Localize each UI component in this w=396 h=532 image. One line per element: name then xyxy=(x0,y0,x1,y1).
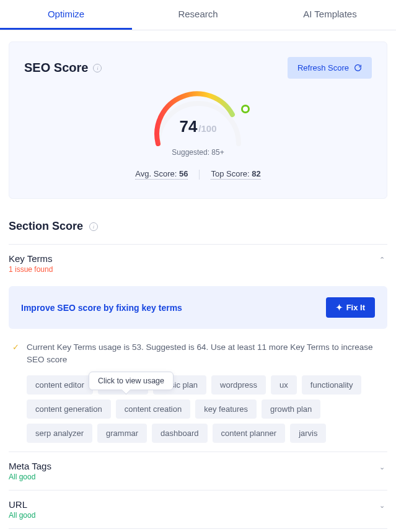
seo-score-title: SEO Score xyxy=(24,61,88,75)
chevron-up-icon: ⌃ xyxy=(379,253,387,264)
gauge-knob xyxy=(241,105,250,113)
section-url: URL All good ⌄ xyxy=(9,490,387,528)
refresh-icon xyxy=(354,64,362,72)
section-score-title: Section Score xyxy=(9,220,83,233)
usage-tooltip: Click to view usage xyxy=(89,372,174,390)
refresh-score-label: Refresh Score xyxy=(297,63,349,72)
section-meta-tags-header[interactable]: Meta Tags All good ⌄ xyxy=(9,461,387,481)
fix-it-button[interactable]: ✦ Fix It xyxy=(326,297,375,318)
section-key-terms: Key Terms 1 issue found ⌃ Improve SEO sc… xyxy=(9,244,387,451)
key-terms-desc: Current Key Terms usage is 53. Suggested… xyxy=(27,341,384,367)
section-meta-tags: Meta Tags All good ⌄ xyxy=(9,451,387,490)
key-term-chip[interactable]: ux xyxy=(271,375,297,395)
seo-suggested: Suggested: 85+ xyxy=(172,148,224,157)
key-term-chip[interactable]: content generation xyxy=(27,399,111,419)
chevron-down-icon: ⌄ xyxy=(379,461,387,471)
meta-tags-title: Meta Tags xyxy=(9,461,51,471)
tabs-bar: Optimize Research AI Templates xyxy=(0,0,396,30)
seo-score-denom: /100 xyxy=(198,123,216,134)
key-term-chip[interactable]: grammar xyxy=(97,424,147,443)
key-terms-sub: 1 issue found xyxy=(9,265,53,274)
key-term-chip[interactable]: growth plan xyxy=(262,399,320,419)
info-icon[interactable]: i xyxy=(89,222,98,231)
fix-it-label: Fix It xyxy=(346,303,365,312)
seo-gauge: 74/100 Suggested: 85+ Avg. Score: 56 Top… xyxy=(24,91,372,180)
tab-ai-templates[interactable]: AI Templates xyxy=(264,0,396,30)
url-sub: All good xyxy=(9,511,35,520)
url-title: URL xyxy=(9,499,35,510)
seo-score-value: 74 xyxy=(179,117,197,136)
section-featured-snippet: Featured Snippet All good ⌄ xyxy=(9,528,387,533)
top-score[interactable]: Top Score: 82 xyxy=(211,169,260,180)
section-url-header[interactable]: URL All good ⌄ xyxy=(9,499,387,520)
key-term-chip[interactable]: content creation xyxy=(116,399,191,419)
section-key-terms-header[interactable]: Key Terms 1 issue found ⌃ xyxy=(9,253,387,274)
key-term-chip[interactable]: key features xyxy=(195,399,257,419)
check-icon: ✓ xyxy=(12,342,19,443)
fix-banner: Improve SEO score by fixing key terms ✦ … xyxy=(9,286,387,329)
tab-optimize[interactable]: Optimize xyxy=(0,0,132,30)
key-term-chip[interactable]: serp analyzer xyxy=(27,424,92,443)
key-terms-title: Key Terms xyxy=(9,253,53,264)
seo-score-card: SEO Score i Refresh Score xyxy=(9,41,387,199)
key-term-chip[interactable]: content planner xyxy=(213,424,286,443)
tab-research[interactable]: Research xyxy=(132,0,264,30)
key-term-chip[interactable]: dashboard xyxy=(152,424,207,443)
key-term-chip[interactable]: functionality xyxy=(302,375,362,395)
fix-banner-text: Improve SEO score by fixing key terms xyxy=(21,303,182,313)
refresh-score-button[interactable]: Refresh Score xyxy=(288,57,372,79)
meta-tags-sub: All good xyxy=(9,473,51,481)
key-terms-chips: content editorheadingsbasic planwordpres… xyxy=(27,375,384,443)
wand-icon: ✦ xyxy=(336,303,343,312)
avg-score[interactable]: Avg. Score: 56 xyxy=(135,169,188,180)
separator xyxy=(199,170,200,180)
key-term-chip[interactable]: wordpress xyxy=(211,375,266,395)
chevron-down-icon: ⌄ xyxy=(379,499,387,510)
info-icon[interactable]: i xyxy=(93,64,102,72)
key-term-chip[interactable]: content editor xyxy=(27,375,93,395)
key-term-chip[interactable]: jarvis xyxy=(290,424,326,443)
